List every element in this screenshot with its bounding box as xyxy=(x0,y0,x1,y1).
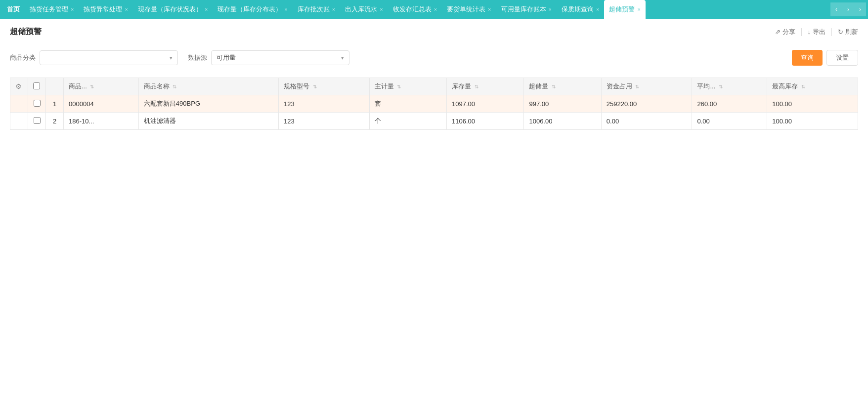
share-button[interactable]: ⇗ 分享 xyxy=(775,28,795,37)
th-maxstock[interactable]: 最高库存 ⇅ xyxy=(767,78,858,95)
th-settings: ⚙ xyxy=(10,78,28,95)
nav-task-mgmt-label: 拣货任务管理 xyxy=(30,5,68,14)
nav-in-out-flow-close[interactable]: × xyxy=(380,6,383,12)
nav-overstock-warning[interactable]: 超储预警 × xyxy=(604,0,645,19)
row-spec: 123 xyxy=(279,95,370,113)
nav-exception-handle[interactable]: 拣货异常处理 × xyxy=(79,0,132,19)
th-overstock[interactable]: 超储量 ⇅ xyxy=(524,78,601,95)
nav-quality-check-label: 保质期查询 xyxy=(562,5,594,14)
nav-task-mgmt-close[interactable]: × xyxy=(71,6,74,12)
row-overstock: 1006.00 xyxy=(524,113,601,130)
th-spec-sort: ⇅ xyxy=(313,84,317,89)
th-maxstock-label: 最高库存 xyxy=(772,82,798,90)
filter-category: 商品分类 ▾ xyxy=(10,50,178,65)
nav-task-mgmt[interactable]: 拣货任务管理 × xyxy=(25,0,79,19)
th-capital-label: 资金占用 xyxy=(607,82,632,90)
th-checkbox xyxy=(28,78,46,95)
row-avg: 260.00 xyxy=(692,95,767,113)
nav-arrow-more[interactable]: › xyxy=(854,2,866,16)
nav-exception-handle-close[interactable]: × xyxy=(125,6,128,12)
row-capital: 0.00 xyxy=(601,113,692,130)
datasource-select-arrow: ▾ xyxy=(341,55,344,61)
row-avg: 0.00 xyxy=(692,113,767,130)
nav-inventory-dist-close[interactable]: × xyxy=(284,6,287,12)
nav-inventory-batch-label: 库存批次账 xyxy=(298,5,330,14)
select-all-checkbox[interactable] xyxy=(33,82,40,89)
th-rownum xyxy=(46,78,64,95)
header-actions: ⇗ 分享 ↓ 导出 ↻ 刷新 xyxy=(775,28,859,37)
row-name: 机油滤清器 xyxy=(138,113,278,130)
nav-receive-total-close[interactable]: × xyxy=(434,6,437,12)
th-capital[interactable]: 资金占用 ⇅ xyxy=(601,78,692,95)
datasource-label: 数据源 xyxy=(188,53,207,62)
th-code-sort: ⇅ xyxy=(90,84,94,89)
nav-quality-check[interactable]: 保质期查询 × xyxy=(557,0,604,19)
data-table: ⚙ 商品... ⇅ 商品名称 ⇅ 规格型号 ⇅ xyxy=(10,78,858,130)
filter-actions: 查询 设置 xyxy=(792,50,858,66)
th-avg-sort: ⇅ xyxy=(719,84,723,89)
nav-inventory-batch[interactable]: 库存批次账 × xyxy=(293,0,340,19)
export-icon: ↓ xyxy=(808,28,811,36)
share-icon: ⇗ xyxy=(775,28,781,36)
nav-available-account[interactable]: 可用量库存账本 × xyxy=(496,0,557,19)
th-avg[interactable]: 平均... ⇅ xyxy=(692,78,767,95)
th-overstock-label: 超储量 xyxy=(529,82,548,90)
export-button[interactable]: ↓ 导出 xyxy=(808,28,826,37)
row-checkbox-cell[interactable] xyxy=(28,113,46,130)
nav-available-account-close[interactable]: × xyxy=(549,6,552,12)
nav-overstock-warning-close[interactable]: × xyxy=(637,6,640,12)
nav-inventory-status-close[interactable]: × xyxy=(205,6,208,12)
refresh-button[interactable]: ↻ 刷新 xyxy=(838,28,858,37)
share-label: 分享 xyxy=(782,28,795,37)
nav-arrow-right[interactable]: › xyxy=(842,2,854,16)
nav-inventory-dist[interactable]: 现存量（库存分布表） × xyxy=(213,0,292,19)
category-select[interactable]: ▾ xyxy=(40,50,178,65)
table-row: 1 0000004 六配套新昌490BPG 123 套 1097.00 997.… xyxy=(10,95,858,113)
query-button[interactable]: 查询 xyxy=(792,50,823,66)
row-name: 六配套新昌490BPG xyxy=(138,95,278,113)
nav-inventory-batch-close[interactable]: × xyxy=(332,6,335,12)
nav-arrows: ‹ › › xyxy=(830,2,866,16)
nav-arrow-left[interactable]: ‹ xyxy=(830,2,842,16)
th-code-label: 商品... xyxy=(69,82,87,90)
nav-order-stat-close[interactable]: × xyxy=(488,6,491,12)
th-code[interactable]: 商品... ⇅ xyxy=(64,78,139,95)
filter-bar: 商品分类 ▾ 数据源 可用量 ▾ 查询 设置 xyxy=(10,45,858,71)
nav-quality-check-close[interactable]: × xyxy=(596,6,599,12)
nav-receive-total[interactable]: 收发存汇总表 × xyxy=(388,0,442,19)
nav-order-stat[interactable]: 要货单统计表 × xyxy=(442,0,496,19)
row-checkbox[interactable] xyxy=(34,100,41,107)
settings-button[interactable]: 设置 xyxy=(826,50,858,66)
th-stock-label: 库存量 xyxy=(452,82,471,90)
nav-in-out-flow[interactable]: 出入库流水 × xyxy=(340,0,388,19)
th-unit[interactable]: 主计量 ⇅ xyxy=(369,78,446,95)
table-body: 1 0000004 六配套新昌490BPG 123 套 1097.00 997.… xyxy=(10,95,858,130)
row-maxstock: 100.00 xyxy=(767,95,858,113)
th-stock-sort: ⇅ xyxy=(475,84,478,89)
row-checkbox[interactable] xyxy=(34,117,41,124)
nav-home[interactable]: 首页 xyxy=(2,0,25,19)
row-overstock: 997.00 xyxy=(524,95,601,113)
row-checkbox-cell[interactable] xyxy=(28,95,46,113)
category-label: 商品分类 xyxy=(10,53,36,62)
divider-2 xyxy=(831,28,832,36)
page-header: 超储预警 ⇗ 分享 ↓ 导出 ↻ 刷新 xyxy=(10,27,858,37)
refresh-icon: ↻ xyxy=(838,28,843,36)
row-num: 2 xyxy=(46,113,64,130)
th-unit-sort: ⇅ xyxy=(397,84,401,89)
nav-available-account-label: 可用量库存账本 xyxy=(501,5,546,14)
th-name-sort: ⇅ xyxy=(173,84,176,89)
settings-gear-icon[interactable]: ⚙ xyxy=(15,82,22,90)
row-capital: 259220.00 xyxy=(601,95,692,113)
th-spec[interactable]: 规格型号 ⇅ xyxy=(279,78,370,95)
nav-inventory-status[interactable]: 现存量（库存状况表） × xyxy=(133,0,213,19)
th-stock[interactable]: 库存量 ⇅ xyxy=(447,78,524,95)
th-spec-label: 规格型号 xyxy=(284,82,309,90)
th-name[interactable]: 商品名称 ⇅ xyxy=(138,78,278,95)
nav-receive-total-label: 收发存汇总表 xyxy=(393,5,432,14)
table-row: 2 186-10... 机油滤清器 123 个 1106.00 1006.00 … xyxy=(10,113,858,130)
th-unit-label: 主计量 xyxy=(375,82,394,90)
datasource-select[interactable]: 可用量 ▾ xyxy=(211,50,349,65)
row-settings-cell xyxy=(10,113,28,130)
main-content: 超储预警 ⇗ 分享 ↓ 导出 ↻ 刷新 商品分类 ▾ xyxy=(0,19,868,395)
